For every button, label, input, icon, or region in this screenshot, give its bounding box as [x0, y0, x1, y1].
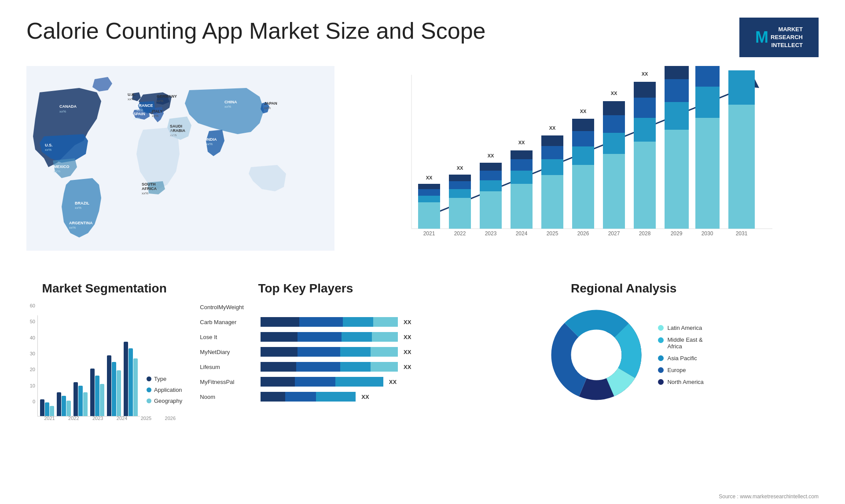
svg-text:ITALY: ITALY	[152, 109, 163, 113]
svg-rect-75	[603, 115, 625, 133]
svg-rect-64	[541, 135, 563, 146]
svg-rect-79	[634, 142, 656, 229]
svg-text:FRANCE: FRANCE	[136, 103, 153, 108]
svg-rect-49	[480, 191, 502, 229]
svg-text:XX: XX	[457, 165, 463, 171]
svg-text:2023: 2023	[485, 230, 497, 237]
svg-rect-61	[541, 175, 563, 229]
regional-title: Regional Analysis	[429, 281, 819, 296]
svg-rect-40	[418, 184, 440, 189]
player-row: Noom XX	[200, 392, 411, 402]
svg-rect-70	[572, 119, 594, 131]
svg-text:xx%: xx%	[206, 142, 213, 146]
svg-rect-74	[603, 133, 625, 154]
svg-text:xx%: xx%	[142, 191, 148, 195]
svg-text:2029: 2029	[671, 230, 683, 237]
svg-text:CHINA: CHINA	[224, 100, 237, 104]
svg-rect-63	[541, 146, 563, 159]
source-text: Source : www.marketresearchintellect.com	[719, 493, 819, 500]
growth-chart-section: XX 2021 XX 2022 XX 2023	[348, 66, 819, 273]
legend-application: Application	[147, 387, 182, 393]
segmentation-title: Market Segmentation	[26, 281, 182, 296]
svg-rect-88	[665, 66, 689, 79]
svg-text:JAPAN: JAPAN	[264, 101, 277, 106]
page-title: Calorie Counting App Market Size and Sco…	[26, 18, 486, 44]
svg-text:2030: 2030	[702, 230, 713, 237]
svg-text:XX: XX	[518, 140, 525, 145]
svg-rect-86	[665, 102, 689, 130]
svg-rect-43	[449, 198, 471, 229]
svg-text:GERMANY: GERMANY	[157, 94, 177, 99]
svg-text:XX: XX	[549, 125, 556, 131]
logo: M MARKET RESEARCH INTELLECT	[739, 18, 819, 57]
svg-text:AFRICA: AFRICA	[142, 186, 157, 191]
svg-point-105	[573, 332, 619, 378]
svg-rect-69	[572, 131, 594, 146]
svg-rect-38	[418, 196, 440, 202]
legend-geography: Geography	[147, 398, 182, 404]
donut-chart-svg	[544, 302, 649, 408]
svg-rect-91	[695, 118, 720, 229]
svg-rect-97	[728, 70, 755, 105]
world-map-svg: CANADA xx% U.S. xx% MEXICO xx% BRAZIL xx…	[26, 66, 334, 251]
logo-text: MARKET RESEARCH INTELLECT	[771, 26, 803, 50]
svg-rect-51	[480, 171, 502, 180]
key-players-title: Top Key Players	[200, 281, 411, 296]
regional-section: Regional Analysis	[429, 281, 819, 449]
svg-text:XX: XX	[642, 71, 648, 77]
svg-text:xx%: xx%	[128, 97, 134, 101]
svg-rect-82	[634, 82, 656, 98]
legend-europe: Europe	[658, 367, 703, 373]
svg-text:xx%: xx%	[75, 206, 81, 210]
svg-text:2025: 2025	[547, 230, 558, 237]
svg-text:xx%: xx%	[157, 99, 163, 103]
svg-text:xx%: xx%	[224, 105, 231, 109]
svg-rect-96	[728, 105, 755, 229]
legend-north-america: North America	[658, 379, 703, 385]
growth-chart-svg: XX 2021 XX 2022 XX 2023	[348, 66, 819, 255]
svg-text:U.K.: U.K.	[128, 92, 136, 97]
svg-text:2021: 2021	[423, 230, 435, 237]
svg-text:2022: 2022	[454, 230, 466, 237]
svg-text:xx%: xx%	[264, 106, 271, 110]
svg-rect-76	[603, 101, 625, 115]
svg-text:U.S.: U.S.	[45, 143, 53, 147]
legend-asia-pacific: Asia Pacific	[658, 355, 703, 362]
legend-latin-america: Latin America	[658, 325, 703, 331]
svg-text:xx%: xx%	[54, 169, 60, 173]
svg-rect-85	[665, 130, 689, 229]
svg-text:SAUDI: SAUDI	[170, 124, 182, 128]
svg-rect-44	[449, 189, 471, 198]
svg-text:XX: XX	[611, 91, 617, 96]
svg-text:SPAIN: SPAIN	[133, 112, 145, 116]
svg-text:xx%: xx%	[133, 117, 140, 121]
svg-rect-92	[695, 87, 720, 118]
svg-text:xx%: xx%	[152, 114, 158, 118]
svg-text:xx%: xx%	[69, 226, 76, 230]
svg-text:2031: 2031	[736, 230, 748, 237]
player-row: Lifesum XX	[200, 362, 411, 372]
svg-text:2027: 2027	[608, 230, 620, 237]
legend-type: Type	[147, 376, 182, 382]
svg-text:XX: XX	[580, 109, 587, 114]
page-container: Calorie Counting App Market Size and Sco…	[0, 0, 845, 504]
svg-rect-56	[511, 171, 533, 184]
key-players-section: Top Key Players ControlMyWeight Carb Man…	[200, 281, 411, 449]
svg-text:BRAZIL: BRAZIL	[75, 201, 89, 205]
svg-text:INDIA: INDIA	[206, 137, 217, 142]
svg-rect-81	[634, 98, 656, 118]
svg-rect-58	[511, 150, 533, 159]
svg-text:XX: XX	[488, 153, 494, 158]
player-row: MyNetDiary XX	[200, 347, 411, 357]
svg-rect-67	[572, 165, 594, 229]
players-list: ControlMyWeight Carb Manager XX	[200, 302, 411, 402]
svg-text:MEXICO: MEXICO	[54, 164, 70, 169]
svg-text:SOUTH: SOUTH	[142, 182, 156, 186]
svg-rect-50	[480, 180, 502, 191]
svg-text:XX: XX	[426, 175, 433, 180]
player-row: MyFitnessPal XX	[200, 377, 411, 387]
svg-text:2024: 2024	[516, 230, 528, 237]
legend-middle-east: Middle East &Africa	[658, 336, 703, 350]
bottom-section: Market Segmentation 0 10 20 30 40 50 60	[26, 281, 819, 449]
svg-rect-87	[665, 79, 689, 102]
